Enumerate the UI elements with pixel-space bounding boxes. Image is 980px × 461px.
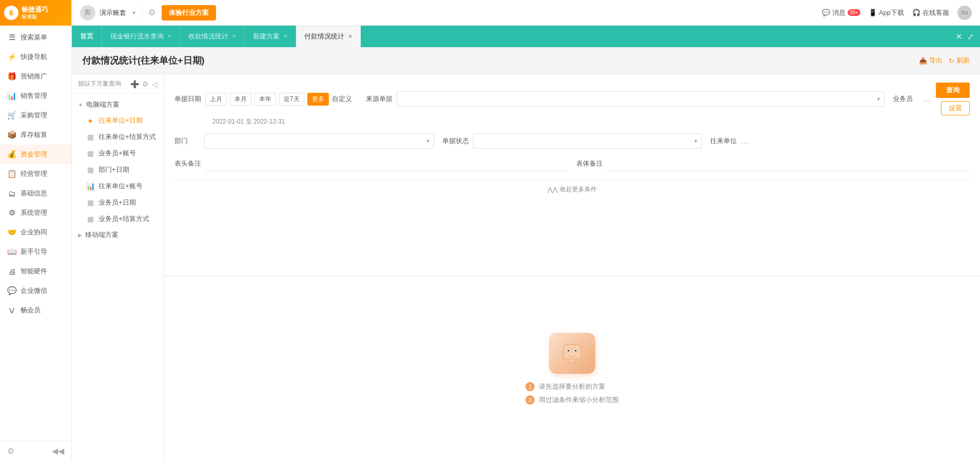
sidebar-item-finance[interactable]: 💰 资金管理: [0, 145, 71, 164]
scheme-item-staff-date[interactable]: ▦ 业务员+日期: [72, 194, 164, 211]
collapse-label: 收起更多条件: [560, 185, 597, 194]
salesman-dots-btn[interactable]: …: [923, 94, 932, 104]
tab-new-scheme-close[interactable]: ×: [284, 33, 287, 40]
sidebar-item-vip[interactable]: V 畅会员: [0, 300, 71, 320]
scheme-collapse-btn[interactable]: ◁: [152, 80, 158, 88]
date-opt-this-year[interactable]: 本年: [254, 93, 276, 106]
topbar-actions: 💬 消息 99+ 📱 App下载 🎧 在线客服 Rit: [822, 6, 972, 20]
sales-icon: 📊: [7, 91, 16, 101]
date-opt-more[interactable]: 更多: [307, 93, 329, 106]
scheme-item-unit-settle[interactable]: ▦ 往来单位+结算方式: [72, 129, 164, 145]
page-body: 按以下方案查询 ➕ ⚙ ◁ ▼ 电脑端方案 ● 往来单位+日期: [72, 74, 980, 461]
trial-btn[interactable]: 体验行业方案: [162, 5, 216, 21]
tab-home[interactable]: 首页: [72, 26, 102, 47]
system-icon: ⚙: [7, 208, 16, 217]
app-download-label: App下载: [879, 8, 904, 17]
scheme-item-staff-settle-label: 业务员+结算方式: [99, 214, 149, 224]
app-download-btn[interactable]: 📱 App下载: [869, 8, 904, 17]
quick-nav-icon: ⚡: [7, 52, 16, 62]
partner-dots-btn[interactable]: …: [741, 136, 750, 146]
robot-svg: [559, 340, 585, 366]
date-opt-this-month[interactable]: 本月: [230, 93, 251, 106]
voucher-status-select[interactable]: ▾: [473, 133, 702, 149]
company-avatar: 图: [80, 5, 95, 21]
tab-payment-stats[interactable]: 付款情况统计 ×: [296, 26, 361, 47]
page-header-actions: 📤 导出 ↻ 刷新: [919, 56, 970, 65]
tabbar-close-icon[interactable]: ✕: [955, 32, 962, 42]
scheme-group-mobile[interactable]: ▶ 移动端方案: [72, 227, 164, 243]
sidebar-item-hardware[interactable]: 🖨 智能硬件: [0, 262, 71, 281]
export-btn[interactable]: 📤 导出: [919, 56, 943, 65]
collapse-bar[interactable]: ⋀⋀ 收起更多条件: [174, 181, 970, 198]
filter-header-note: 表头备注: [174, 156, 568, 171]
query-btn[interactable]: 查询: [936, 83, 970, 98]
scheme-settings-btn[interactable]: ⚙: [142, 80, 149, 88]
sidebar-item-guide[interactable]: 📖 新手引导: [0, 242, 71, 262]
tabbar-expand-icon[interactable]: ⤢: [967, 32, 974, 42]
setting-btn[interactable]: 设置: [941, 101, 970, 115]
scheme-item-staff-account[interactable]: ▦ 业务员+账号: [72, 145, 164, 162]
sidebar-item-marketing[interactable]: 🎁 营销推广: [0, 67, 71, 86]
topbar-company-area: 图 演示账套 ▾: [80, 5, 142, 21]
online-service-label: 在线客服: [923, 8, 949, 17]
guide-icon: 📖: [7, 247, 16, 256]
sidebar-brand-text: 畅捷通巧 标准版: [22, 6, 48, 20]
sidebar-item-quick-nav[interactable]: ⚡ 快捷导航: [0, 47, 71, 67]
user-avatar[interactable]: Rit: [957, 6, 972, 20]
date-opt-7days[interactable]: 近7天: [279, 93, 304, 106]
scheme-group-pc-arrow: ▼: [78, 102, 83, 108]
filter-salesman-area: 业务员 … 查询 设置: [893, 83, 970, 115]
scheme-panel: 按以下方案查询 ➕ ⚙ ◁ ▼ 电脑端方案 ● 往来单位+日期: [72, 74, 164, 461]
scheme-item-unit-account[interactable]: 📊 往来单位+账号: [72, 178, 164, 194]
tab-new-scheme[interactable]: 新建方案 ×: [245, 26, 296, 47]
scheme-item-dept-date[interactable]: ▦ 部门+日期: [72, 162, 164, 178]
empty-tip-1-num: 1: [525, 382, 535, 391]
tab-payment-stats-close[interactable]: ×: [348, 33, 352, 40]
sidebar-item-enterprise[interactable]: 🤝 企业协同: [0, 223, 71, 242]
header-note-input[interactable]: [205, 156, 568, 171]
source-voucher-arrow: ▾: [877, 95, 880, 103]
filter-header-note-label: 表头备注: [174, 159, 201, 168]
refresh-btn[interactable]: ↻ 刷新: [949, 56, 970, 65]
sidebar-item-purchase[interactable]: 🛒 采购管理: [0, 106, 71, 125]
scheme-add-btn[interactable]: ➕: [130, 80, 139, 88]
search-menu-icon: ☰: [7, 33, 16, 42]
sidebar-item-basics[interactable]: 🗂 基础信息: [0, 184, 71, 203]
online-service-btn[interactable]: 🎧 在线客服: [912, 8, 949, 17]
sidebar-settings-icon[interactable]: ⚙: [7, 446, 14, 456]
tab-receivable-close[interactable]: ×: [232, 33, 236, 40]
sidebar-item-sales[interactable]: 📊 销售管理: [0, 86, 71, 106]
tab-receivable[interactable]: 收款情况统计 ×: [180, 26, 245, 47]
tab-bank-flow-close[interactable]: ×: [168, 33, 171, 40]
sidebar-item-search-menu[interactable]: ☰ 搜索菜单: [0, 28, 71, 47]
filter-voucher-status-label: 单据状态: [442, 136, 469, 146]
scheme-item-staff-settle[interactable]: ▦ 业务员+结算方式: [72, 211, 164, 227]
refresh-icon: ↻: [949, 57, 954, 65]
filter-date-options: 上月 本月 本年 近7天 更多 自定义: [205, 93, 358, 106]
sidebar-item-weixin[interactable]: 💬 企业微信: [0, 281, 71, 300]
body-note-input[interactable]: [607, 156, 970, 171]
scheme-item-dept-date-icon: ▦: [86, 166, 94, 174]
sidebar-item-operations[interactable]: 📋 经营管理: [0, 164, 71, 184]
message-btn[interactable]: 💬 消息 99+: [822, 8, 860, 17]
filter-salesman-label: 业务员: [893, 94, 918, 104]
dept-select[interactable]: ▾: [204, 133, 434, 149]
scheme-item-unit-date-label: 往来单位+日期: [99, 116, 143, 125]
sidebar-collapse-icon[interactable]: ◀◀: [52, 446, 64, 456]
collapse-up-icon: ⋀⋀: [547, 186, 558, 193]
tab-receivable-label: 收款情况统计: [188, 32, 228, 41]
page-title: 付款情况统计(往来单位+日期): [82, 54, 205, 67]
topbar-gear-icon[interactable]: ⚙: [148, 8, 155, 17]
company-chevron-icon[interactable]: ▾: [132, 9, 135, 16]
tabbar-right-actions: ✕ ⤢: [949, 26, 980, 47]
robot-body: [549, 333, 595, 374]
scheme-item-unit-date[interactable]: ● 往来单位+日期: [72, 112, 164, 129]
sidebar-item-search-label: 搜索菜单: [21, 33, 47, 42]
sidebar-item-inventory[interactable]: 📦 库存核算: [0, 125, 71, 145]
date-opt-last-month[interactable]: 上月: [205, 93, 227, 106]
tab-bank-flow[interactable]: 现金银行流水查询 ×: [102, 26, 180, 47]
sidebar-item-system[interactable]: ⚙ 系统管理: [0, 203, 71, 223]
source-voucher-select[interactable]: ▾: [397, 91, 885, 107]
scheme-group-pc[interactable]: ▼ 电脑端方案: [72, 97, 164, 112]
dept-select-arrow: ▾: [426, 137, 429, 145]
